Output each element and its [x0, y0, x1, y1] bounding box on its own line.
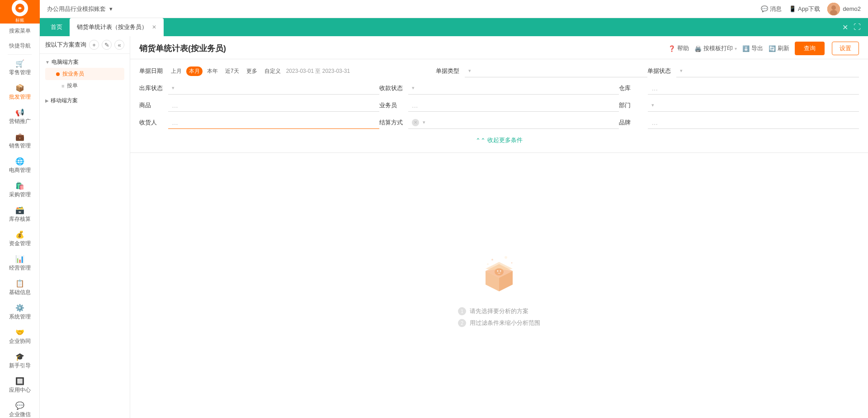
sidebar-item-newbie[interactable]: 🎓 新手引导: [0, 349, 39, 373]
scheme-group-mobile-header[interactable]: ▶ 移动端方案: [45, 95, 124, 106]
print-btn[interactable]: 🖨️ 按模板打印 ▾: [694, 44, 737, 52]
refresh-btn[interactable]: 🔄 刷新: [769, 44, 789, 52]
sidebar-item-ecommerce[interactable]: 🌐 电商管理: [0, 153, 39, 178]
chevron-right-icon: ▶: [45, 98, 49, 103]
scheme-item-by-staff[interactable]: 按业务员: [45, 68, 124, 80]
marketing-icon: 📢: [15, 108, 24, 117]
sidebar-item-sales[interactable]: 💼 销售管理: [0, 129, 39, 153]
tab-sales-stat[interactable]: 销货单统计表（按业务员） ✕: [70, 18, 164, 36]
filter-row-4: 收货人 … 结算方式 ✕ ▾ 品牌: [139, 116, 859, 129]
sidebar-item-system[interactable]: ⚙️ 系统管理: [0, 300, 39, 324]
sidebar-item-wholesale[interactable]: 📦 批发管理: [0, 80, 39, 104]
last7-btn[interactable]: 近7天: [222, 66, 242, 76]
tab-home-label: 首页: [51, 23, 62, 31]
help-btn[interactable]: ❓ 帮助: [668, 44, 689, 52]
export-btn[interactable]: ⬇️ 导出: [742, 44, 763, 52]
settlement-clear-btn[interactable]: ✕: [412, 119, 419, 126]
tip-1-num: 1: [458, 307, 466, 315]
help-label: 帮助: [677, 44, 689, 52]
filter-doc-status-item: 单据状态 ▾: [647, 65, 859, 77]
more-btn[interactable]: 更多: [244, 66, 260, 76]
tip-1-text: 请先选择要分析的方案: [470, 307, 528, 315]
dept-label: 部门: [619, 101, 644, 109]
tab-home[interactable]: 首页: [43, 18, 70, 36]
sidebar-item-operations[interactable]: 📊 经营管理: [0, 251, 39, 276]
app-dropdown-arrow[interactable]: ▾: [109, 5, 113, 12]
content-area: 按以下方案查询 + ✎ « ▼ 电脑端方案 按业务员 ≡ 按单: [40, 36, 868, 418]
scheme-group-desktop-header[interactable]: ▼ 电脑端方案: [45, 57, 124, 68]
refresh-icon: 🔄: [769, 45, 776, 52]
app-download-btn[interactable]: 📱 App下载: [789, 5, 820, 13]
scheme-panel: 按以下方案查询 + ✎ « ▼ 电脑端方案 按业务员 ≡ 按单: [40, 36, 130, 418]
topbar: 办公用品行业模拟账套 ▾ 💬 消息 📱 App下载 de: [40, 0, 868, 18]
sidebar-item-retail[interactable]: 🛒 零售管理: [0, 56, 39, 80]
scheme-group-desktop: ▼ 电脑端方案 按业务员 ≡ 按单: [40, 54, 130, 94]
setting-btn[interactable]: 设置: [832, 42, 859, 55]
wholesale-icon: 📦: [15, 84, 24, 92]
sidebar-item-basic[interactable]: 📋 基础信息: [0, 276, 39, 300]
warehouse-label: 仓库: [619, 84, 644, 92]
sidebar-item-apps[interactable]: 🔲 应用中心: [0, 373, 39, 398]
purchase-icon: 🛍️: [15, 181, 24, 190]
topbar-right: 💬 消息 📱 App下载 demo2: [761, 3, 861, 15]
window-maximize-btn[interactable]: ⛶: [854, 23, 861, 31]
scheme-group-mobile: ▶ 移动端方案: [40, 94, 130, 109]
filter-doc-type-item: 单据类型 ▾: [436, 65, 647, 77]
sidebar-item-inventory[interactable]: 🗃️ 库存核算: [0, 202, 39, 227]
quick-nav[interactable]: 快捷导航: [0, 38, 39, 53]
sidebar-item-wechat[interactable]: 💬 企业微信: [0, 398, 39, 418]
scheme-collapse-btn[interactable]: «: [114, 40, 124, 50]
user-info[interactable]: demo2: [827, 3, 861, 15]
goods-control[interactable]: …: [168, 99, 379, 112]
tab-close-btn[interactable]: ✕: [152, 24, 156, 30]
consignee-dots: …: [172, 119, 178, 126]
query-btn[interactable]: 查询: [795, 42, 825, 55]
last-month-btn[interactable]: 上月: [168, 66, 184, 76]
consignee-control[interactable]: …: [168, 116, 379, 129]
svg-point-12: [500, 271, 501, 272]
custom-btn[interactable]: 自定义: [262, 66, 283, 76]
retail-icon: 🛒: [15, 59, 24, 68]
app-download-label: App下载: [798, 5, 820, 13]
svg-point-11: [497, 271, 499, 272]
this-month-btn[interactable]: 本月: [186, 66, 203, 76]
search-menu[interactable]: 搜索菜单: [0, 24, 39, 38]
print-icon: 🖨️: [694, 45, 702, 52]
scheme-item-by-order[interactable]: ≡ 按单: [45, 80, 124, 91]
scheme-edit-btn[interactable]: ✎: [102, 40, 112, 50]
staff-control[interactable]: …: [408, 99, 619, 112]
help-icon: ❓: [668, 45, 675, 52]
sidebar-item-finance[interactable]: 💰 资金管理: [0, 227, 39, 251]
filter-settlement-item: 结算方式 ✕ ▾: [379, 116, 619, 129]
settlement-control[interactable]: ✕ ▾: [408, 116, 619, 129]
wechat-icon: 💬: [15, 401, 24, 410]
dept-control[interactable]: ▾: [648, 99, 859, 112]
out-status-control[interactable]: ▾: [168, 82, 379, 95]
collapse-up-icon: ⌃⌃: [476, 137, 486, 144]
sidebar-item-enterprise[interactable]: 🤝 企业协同: [0, 324, 39, 349]
sidebar-item-marketing[interactable]: 📢 营销推广: [0, 104, 39, 129]
empty-tips: 1 请先选择要分析的方案 2 用过滤条件来缩小分析范围: [458, 307, 540, 327]
tip-2-num: 2: [458, 319, 466, 327]
pay-status-control[interactable]: ▾: [408, 82, 619, 95]
basic-icon: 📋: [15, 279, 24, 288]
main-area: 办公用品行业模拟账套 ▾ 💬 消息 📱 App下载 de: [40, 0, 868, 418]
this-year-btn[interactable]: 本年: [204, 66, 221, 76]
sidebar-item-purchase[interactable]: 🛍️ 采购管理: [0, 178, 39, 202]
brand-dots: …: [651, 119, 658, 126]
message-btn[interactable]: 💬 消息: [761, 5, 782, 13]
doc-status-control[interactable]: ▾: [676, 65, 859, 77]
settlement-label: 结算方式: [379, 119, 405, 127]
window-close-btn[interactable]: ✕: [842, 23, 848, 32]
svg-point-2: [831, 5, 836, 10]
logo-text: 标账: [15, 17, 24, 24]
brand-control[interactable]: …: [648, 116, 859, 129]
scheme-add-btn[interactable]: +: [89, 40, 99, 50]
collapse-btn[interactable]: ⌃⌃ 收起更多条件: [476, 136, 523, 144]
doc-type-control[interactable]: ▾: [465, 65, 647, 77]
app-logo: 标账: [0, 0, 40, 24]
user-name: demo2: [843, 5, 861, 12]
export-icon: ⬇️: [742, 45, 750, 52]
scheme-group-desktop-label: 电脑端方案: [52, 58, 79, 66]
warehouse-control[interactable]: …: [648, 82, 859, 95]
